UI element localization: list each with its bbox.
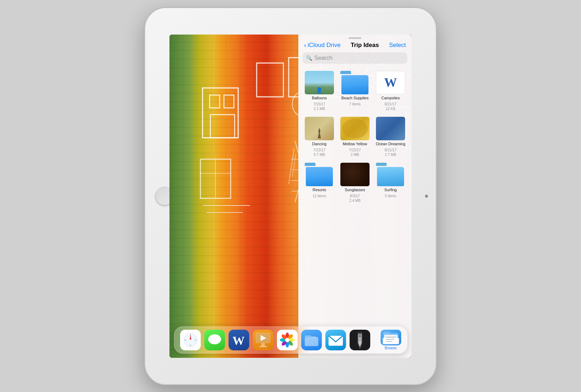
- svg-point-61: [285, 338, 289, 342]
- file-item-balloons[interactable]: Balloons 7/15/172.1 MB: [303, 69, 336, 113]
- file-name-campsites: Campsites: [381, 96, 400, 100]
- back-label: iCloud Drive: [308, 42, 341, 49]
- files-header: ‹ iCloud Drive Trip Ideas Select: [298, 40, 412, 52]
- dock-icon-messages[interactable]: [204, 330, 225, 350]
- file-meta-ocean: 8/21/172.7 MB: [384, 148, 396, 157]
- file-item-ocean[interactable]: Ocean Dreaming 8/21/172.7 MB: [374, 115, 407, 158]
- files-panel: ‹ iCloud Drive Trip Ideas Select 🔍 Searc…: [298, 35, 412, 358]
- file-name-balloons: Balloons: [312, 96, 327, 100]
- back-button[interactable]: ‹ iCloud Drive: [304, 42, 341, 49]
- dock-icon-word[interactable]: W: [229, 330, 249, 350]
- search-bar[interactable]: 🔍 Search: [303, 52, 407, 64]
- browse-label: Browse: [385, 346, 397, 350]
- file-item-beach[interactable]: Beach Supplies 7 items: [338, 69, 372, 113]
- file-item-surfing[interactable]: Surfing 5 items: [374, 161, 407, 204]
- svg-rect-63: [305, 338, 318, 346]
- dock-icon-safari[interactable]: [180, 330, 201, 350]
- svg-rect-4: [257, 63, 283, 97]
- panel-title: Trip Ideas: [351, 42, 379, 49]
- file-meta-balloons: 7/15/172.1 MB: [313, 102, 325, 111]
- svg-rect-50: [259, 346, 267, 347]
- svg-rect-1: [210, 95, 220, 108]
- dock-inner: W: [174, 326, 407, 354]
- file-item-resorts[interactable]: Resorts 12 items: [303, 161, 336, 204]
- dock-icon-mail[interactable]: [325, 330, 346, 350]
- svg-rect-0: [203, 88, 238, 138]
- search-placeholder: Search: [314, 55, 333, 61]
- svg-text:W: W: [232, 334, 245, 347]
- back-chevron-icon: ‹: [304, 42, 306, 48]
- file-name-sunglasses: Sunglasses: [345, 188, 365, 192]
- file-item-mellow[interactable]: Mellow Yellow 7/22/172 MB: [338, 115, 372, 158]
- file-name-surfing: Surfing: [384, 188, 397, 192]
- file-meta-campsites: 8/21/1712 KB: [384, 102, 396, 111]
- file-meta-surfing: 5 items: [385, 194, 396, 198]
- file-meta-beach: 7 items: [349, 102, 361, 106]
- files-grid: Balloons 7/15/172.1 MB Beach Supplies 7 …: [298, 68, 412, 358]
- dock-icon-pen[interactable]: [350, 330, 370, 350]
- dock-browse-section[interactable]: Browse: [381, 330, 401, 350]
- file-item-sunglasses[interactable]: Sunglasses 8/3/172.4 MB: [338, 161, 372, 204]
- select-button[interactable]: Select: [389, 42, 406, 49]
- dock-icon-files[interactable]: [301, 330, 322, 350]
- file-name-beach: Beach Supplies: [341, 96, 368, 100]
- drag-handle[interactable]: [349, 37, 361, 39]
- folder-icon-resorts: [305, 163, 334, 186]
- file-name-mellow: Mellow Yellow: [343, 142, 367, 146]
- file-name-resorts: Resorts: [313, 188, 326, 192]
- svg-rect-22: [200, 159, 231, 198]
- file-thumb-dancing: [305, 117, 334, 140]
- svg-rect-2: [224, 95, 234, 108]
- svg-rect-49: [261, 343, 265, 346]
- file-thumb-sunglasses: [340, 163, 370, 186]
- screen-content: ‹ iCloud Drive Trip Ideas Select 🔍 Searc…: [169, 35, 412, 358]
- svg-rect-67: [358, 333, 362, 334]
- svg-rect-72: [384, 335, 398, 343]
- file-thumb-balloons: [305, 71, 334, 94]
- file-thumb-mellow: [340, 117, 370, 140]
- svg-rect-3: [210, 115, 235, 138]
- svg-line-16: [289, 148, 294, 184]
- file-item-dancing[interactable]: Dancing 7/22/175.7 MB: [303, 115, 336, 158]
- dock-divider: [375, 331, 376, 349]
- file-meta-resorts: 12 items: [313, 194, 326, 198]
- side-button: [425, 195, 428, 198]
- dock-browse-icon: [381, 330, 401, 345]
- ipad-device: ‹ iCloud Drive Trip Ideas Select 🔍 Searc…: [145, 7, 436, 385]
- svg-point-70: [359, 335, 361, 337]
- svg-line-17: [292, 154, 296, 177]
- folder-icon-surfing: [376, 163, 405, 186]
- file-name-dancing: Dancing: [312, 142, 326, 146]
- dock-bar: W: [169, 326, 412, 354]
- file-item-campsites[interactable]: W Campsites 8/21/1712 KB: [374, 69, 407, 113]
- dock-icon-keynote[interactable]: [253, 330, 273, 350]
- search-icon: 🔍: [306, 55, 312, 61]
- folder-icon-beach: [340, 71, 370, 94]
- file-meta-dancing: 7/22/175.7 MB: [313, 148, 325, 157]
- file-thumb-ocean: [376, 117, 405, 140]
- file-meta-sunglasses: 8/3/172.4 MB: [349, 194, 361, 203]
- file-thumb-campsites: W: [376, 71, 405, 94]
- svg-point-43: [208, 334, 221, 344]
- ipad-screen: ‹ iCloud Drive Trip Ideas Select 🔍 Searc…: [169, 35, 412, 358]
- file-meta-mellow: 7/22/172 MB: [349, 148, 361, 157]
- dock-icon-photos[interactable]: [277, 330, 298, 350]
- file-name-ocean: Ocean Dreaming: [376, 142, 405, 146]
